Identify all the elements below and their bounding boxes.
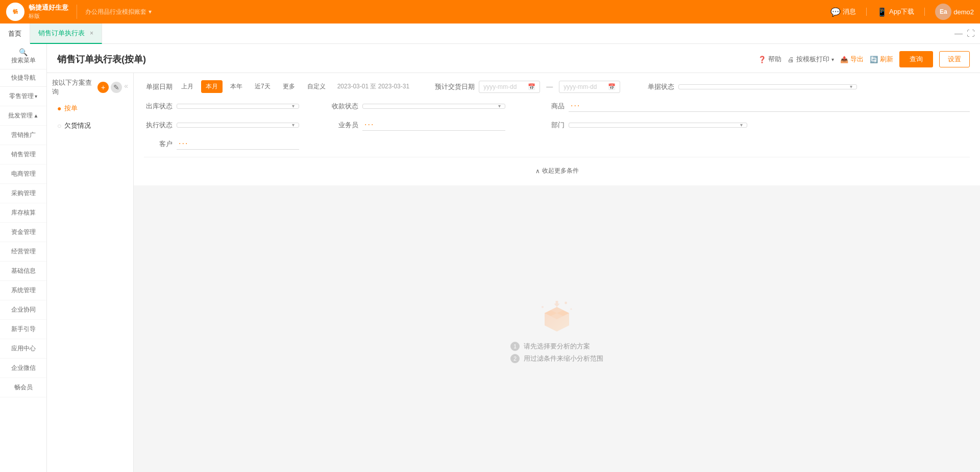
tab-home[interactable]: 首页 bbox=[0, 23, 30, 44]
refresh-button[interactable]: 🔄 刷新 bbox=[870, 55, 893, 64]
svg-point-4 bbox=[565, 301, 567, 304]
collapse-button[interactable]: ∧ 收起更多条件 bbox=[532, 163, 582, 178]
panel-edit-button[interactable]: ✎ bbox=[111, 82, 122, 93]
empty-tips: 1 请先选择要分析的方案 2 用过滤条件来缩小分析范围 bbox=[510, 342, 603, 363]
delivery-select[interactable]: ▾ bbox=[177, 104, 299, 109]
top-header: 畅 畅捷通好生意 标版 办公用品行业模拟账套 ▾ 💬 消息 📱 App下载 bbox=[0, 0, 980, 23]
empty-tip-1: 1 请先选择要分析的方案 bbox=[510, 342, 603, 351]
payment-field: 收款状态 ▾ bbox=[330, 102, 505, 111]
sidebar-item-appcenter[interactable]: 应用中心 bbox=[0, 339, 46, 359]
date-btn-more[interactable]: 更多 bbox=[278, 80, 300, 93]
date-to-input[interactable]: yyyy-mm-dd 📅 bbox=[559, 81, 620, 93]
date-separator: — bbox=[546, 83, 553, 90]
print-label: 按模板打印 bbox=[796, 55, 829, 64]
sidebar-item-inventory[interactable]: 库存核算 bbox=[0, 203, 46, 223]
tab-home-label: 首页 bbox=[8, 29, 21, 38]
date-btn-this-year[interactable]: 本年 bbox=[226, 80, 247, 93]
export-button[interactable]: 📤 导出 bbox=[840, 55, 864, 64]
app-subtitle: 标版 bbox=[29, 12, 68, 19]
sidebar-item-wechat[interactable]: 企业微信 bbox=[0, 359, 46, 378]
date-btn-last-month[interactable]: 上月 bbox=[177, 80, 198, 93]
tab-controls: — ⛶ bbox=[954, 29, 980, 38]
sidebar-item-retail[interactable]: 零售管理 ▾ bbox=[0, 87, 46, 106]
customer-dots-icon[interactable]: ··· bbox=[179, 139, 188, 148]
filter-row-2: 出库状态 ▾ 收款状态 ▾ bbox=[144, 100, 970, 112]
expected-date-field: 预计交货日期 yyyy-mm-dd 📅 — yyyy-mm-dd 📅 bbox=[435, 81, 620, 93]
sidebar-item-sales[interactable]: 销售管理 bbox=[0, 145, 46, 164]
panel-collapse-button[interactable]: « bbox=[124, 82, 128, 93]
sidebar-quick[interactable]: 快捷导航 bbox=[0, 69, 46, 87]
sidebar-item-system[interactable]: 系统管理 bbox=[0, 281, 46, 300]
breadcrumb[interactable]: 办公用品行业模拟账套 ▾ bbox=[85, 8, 152, 16]
date-buttons: 上月 本月 本年 近7天 更多 自定义 bbox=[177, 80, 330, 93]
status-select[interactable]: ▾ bbox=[678, 84, 857, 89]
empty-illustration bbox=[536, 295, 577, 336]
empty-state: 1 请先选择要分析的方案 2 用过滤条件来缩小分析范围 bbox=[510, 295, 603, 363]
sidebar-item-wholesale[interactable]: 批发管理 ▲ bbox=[0, 106, 46, 126]
tab-bar: 首页 销售订单执行表 × — ⛶ bbox=[0, 23, 980, 44]
user-name: demo2 bbox=[953, 8, 974, 16]
date-btn-custom[interactable]: 自定义 bbox=[303, 80, 330, 93]
header-divider bbox=[866, 8, 867, 16]
svg-point-6 bbox=[542, 306, 544, 308]
salesperson-input-area: ··· bbox=[362, 119, 505, 131]
panel-header-row: 按以下方案查询 + ✎ « bbox=[47, 73, 133, 100]
query-button[interactable]: 查询 bbox=[899, 51, 933, 67]
message-action[interactable]: 💬 消息 bbox=[830, 7, 856, 17]
goods-input-area: ··· bbox=[569, 100, 970, 112]
date-btn-7days[interactable]: 近7天 bbox=[250, 80, 275, 93]
tab-active[interactable]: 销售订单执行表 × bbox=[30, 23, 102, 44]
sidebar-wholesale-arrow: ▲ bbox=[34, 113, 39, 119]
sidebar-item-finance[interactable]: 资金管理 bbox=[0, 223, 46, 242]
sidebar-item-purchase[interactable]: 采购管理 bbox=[0, 184, 46, 203]
filter-row-3: 执行状态 ▾ 业务员 ··· bbox=[144, 119, 970, 131]
customer-label: 客户 bbox=[144, 139, 173, 149]
date-filter-field: 单据日期 上月 本月 本年 近7天 更多 自定义 2023-03-01 至 20… bbox=[144, 80, 409, 93]
help-icon: ❓ bbox=[758, 56, 766, 63]
print-button[interactable]: 🖨 按模板打印 ▾ bbox=[788, 55, 834, 64]
sidebar-item-operations[interactable]: 经营管理 bbox=[0, 242, 46, 262]
sidebar-search[interactable]: 🔍 搜索菜单 bbox=[0, 44, 46, 69]
department-select[interactable]: ▾ bbox=[569, 123, 747, 128]
sidebar-quick-label: 快捷导航 bbox=[4, 74, 42, 82]
execution-label: 执行状态 bbox=[144, 121, 173, 130]
sidebar-item-guide[interactable]: 新手引导 bbox=[0, 320, 46, 339]
body-area: 按以下方案查询 + ✎ « ● 按单 ○ 欠货情况 bbox=[47, 73, 980, 472]
sidebar-item-member[interactable]: 畅会员 bbox=[0, 378, 46, 397]
settings-button[interactable]: 设置 bbox=[939, 51, 970, 67]
execution-select[interactable]: ▾ bbox=[177, 123, 299, 128]
sidebar-item-marketing[interactable]: 营销推广 bbox=[0, 126, 46, 145]
panel-add-button[interactable]: + bbox=[97, 82, 109, 93]
salesperson-field: 业务员 ··· bbox=[330, 119, 505, 131]
date-btn-this-month[interactable]: 本月 bbox=[201, 80, 223, 93]
tab-minimize-icon[interactable]: — bbox=[954, 29, 963, 38]
help-button[interactable]: ❓ 帮助 bbox=[758, 55, 781, 64]
help-label: 帮助 bbox=[768, 55, 781, 64]
calendar-from-icon: 📅 bbox=[528, 83, 535, 90]
export-icon: 📤 bbox=[840, 56, 848, 63]
logo-icon: 畅 bbox=[6, 3, 24, 21]
print-icon: 🖨 bbox=[788, 56, 794, 63]
user-action[interactable]: Ea demo2 bbox=[935, 4, 974, 20]
filter-collapse-area: ∧ 收起更多条件 bbox=[144, 157, 970, 178]
goods-dots-icon[interactable]: ··· bbox=[571, 101, 580, 110]
sidebar-item-enterprise[interactable]: 企业协同 bbox=[0, 300, 46, 320]
date-label: 单据日期 bbox=[144, 82, 173, 91]
sidebar-item-ecommerce[interactable]: 电商管理 bbox=[0, 164, 46, 184]
panel-item-order[interactable]: ● 按单 bbox=[47, 100, 133, 117]
panel-item-stock[interactable]: ○ 欠货情况 bbox=[47, 117, 133, 134]
payment-select[interactable]: ▾ bbox=[362, 104, 505, 109]
date-range-text: 2023-03-01 至 2023-03-31 bbox=[337, 82, 409, 91]
salesperson-dots-icon[interactable]: ··· bbox=[364, 120, 374, 129]
date-from-input[interactable]: yyyy-mm-dd 📅 bbox=[479, 81, 540, 93]
header-right: 💬 消息 📱 App下载 Ea demo2 bbox=[830, 4, 974, 20]
tab-active-label: 销售订单执行表 bbox=[38, 29, 85, 38]
svg-point-5 bbox=[570, 308, 572, 310]
app-download-action[interactable]: 📱 App下载 bbox=[877, 7, 914, 17]
filter-row-4: 客户 ··· bbox=[144, 138, 970, 150]
sidebar-item-basic[interactable]: 基础信息 bbox=[0, 262, 46, 281]
app-download-label: App下载 bbox=[889, 7, 914, 16]
page-title: 销售订单执行表(按单) bbox=[57, 53, 146, 65]
tab-maximize-icon[interactable]: ⛶ bbox=[967, 29, 975, 38]
tab-close-icon[interactable]: × bbox=[90, 30, 93, 37]
